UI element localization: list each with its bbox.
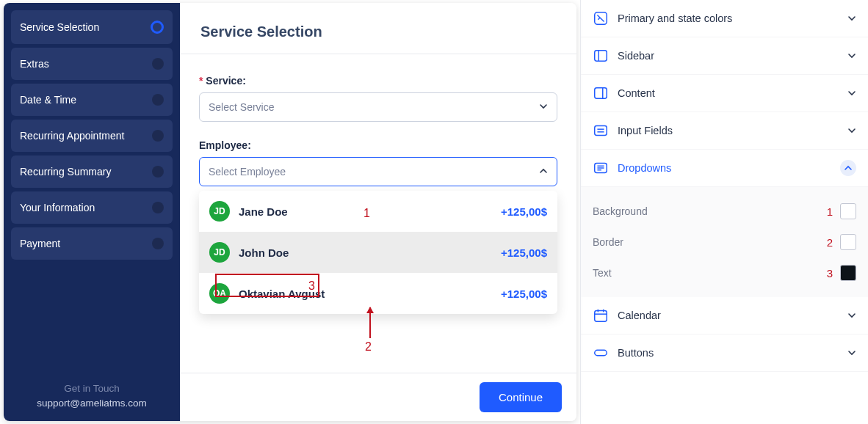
step-recurring-summary[interactable]: Recurring Summary: [11, 156, 173, 188]
chevron-down-icon: [847, 89, 856, 98]
chevron-up-icon: [840, 160, 856, 176]
avatar: JD: [209, 201, 230, 222]
employee-name: Jane Doe: [239, 205, 492, 218]
color-swatch[interactable]: [840, 265, 856, 281]
svg-rect-3: [595, 88, 607, 99]
sidebar: Service Selection Extras Date & Time Rec…: [4, 3, 180, 421]
employee-name: Oktavian Avgust: [239, 288, 492, 300]
employee-dropdown-list: JD Jane Doe +125,00$ JD John Doe +125,00…: [199, 191, 557, 314]
step-indicator-icon: [152, 238, 164, 249]
chevron-down-icon: [847, 126, 856, 135]
booking-widget: Service Selection Extras Date & Time Rec…: [4, 3, 576, 421]
service-label: Service:: [199, 75, 557, 87]
prop-label: Text: [593, 267, 612, 279]
acc-label: Calendar: [618, 310, 661, 321]
step-indicator-icon: [152, 94, 164, 106]
prop-text: Text 3: [593, 257, 856, 288]
continue-button[interactable]: Continue: [480, 382, 562, 412]
acc-input-fields[interactable]: Input Fields: [581, 112, 868, 150]
acc-calendar[interactable]: Calendar: [581, 297, 868, 335]
annotation-number: 2: [827, 236, 833, 249]
svg-rect-5: [595, 126, 607, 136]
input-icon: [593, 123, 609, 139]
step-label: Payment: [20, 238, 60, 249]
footer-email[interactable]: support@ameliatms.com: [11, 396, 173, 411]
acc-label: Primary and state colors: [618, 12, 732, 24]
chevron-down-icon: [847, 348, 856, 357]
svg-rect-12: [595, 311, 607, 322]
form-area: Service: Select Service Employee: Select…: [180, 54, 576, 320]
acc-label: Sidebar: [618, 50, 654, 62]
step-indicator-icon: [151, 21, 164, 34]
annotation-number: 3: [827, 267, 833, 279]
main-pane: Service Selection Service: Select Servic…: [180, 3, 576, 421]
chevron-down-icon: [847, 311, 856, 320]
svg-rect-16: [595, 350, 607, 355]
employee-option[interactable]: JD Jane Doe +125,00$: [199, 191, 557, 232]
prop-label: Background: [593, 205, 648, 217]
step-your-information[interactable]: Your Information: [11, 191, 173, 224]
employee-placeholder: Select Employee: [209, 166, 286, 178]
content-icon: [593, 85, 609, 101]
annotation-number: 1: [827, 205, 833, 218]
acc-sidebar[interactable]: Sidebar: [581, 37, 868, 75]
step-payment[interactable]: Payment: [11, 227, 173, 260]
chevron-down-icon: [847, 51, 856, 60]
employee-label: Employee:: [199, 139, 557, 151]
dropdown-color-props: Background 1 Border 2 Text 3: [581, 187, 868, 297]
step-label: Recurring Appointment: [20, 130, 124, 142]
step-indicator-icon: [152, 130, 164, 142]
acc-label: Input Fields: [618, 125, 673, 136]
prop-border: Border 2: [593, 227, 856, 257]
acc-content[interactable]: Content: [581, 75, 868, 112]
employee-price: +125,00$: [501, 288, 547, 300]
employee-option[interactable]: OA Oktavian Avgust +125,00$: [199, 273, 557, 314]
page-title: Service Selection: [180, 3, 576, 54]
step-service-selection[interactable]: Service Selection: [11, 10, 173, 44]
acc-buttons[interactable]: Buttons: [581, 335, 868, 372]
employee-select[interactable]: Select Employee: [199, 157, 557, 186]
acc-dropdowns[interactable]: Dropdowns: [581, 150, 868, 187]
calendar-icon: [593, 307, 609, 324]
employee-name: John Doe: [239, 246, 492, 259]
step-label: Recurring Summary: [20, 166, 111, 178]
step-extras[interactable]: Extras: [11, 48, 173, 80]
service-select[interactable]: Select Service: [199, 92, 557, 122]
button-icon: [593, 345, 609, 361]
step-label: Your Information: [20, 202, 95, 213]
chevron-down-icon: [539, 101, 548, 113]
acc-label: Content: [618, 87, 655, 99]
acc-label: Dropdowns: [618, 162, 671, 174]
employee-price: +125,00$: [501, 205, 547, 218]
footer-title: Get in Touch: [11, 381, 173, 396]
dropdown-icon: [593, 160, 609, 176]
step-label: Extras: [20, 58, 49, 70]
acc-primary-colors[interactable]: Primary and state colors: [581, 0, 868, 37]
step-indicator-icon: [152, 58, 164, 70]
svg-rect-1: [595, 51, 607, 62]
customizer-panel: Primary and state colors Sidebar Content: [580, 0, 868, 424]
step-date-time[interactable]: Date & Time: [11, 84, 173, 116]
employee-price: +125,00$: [501, 246, 547, 259]
step-label: Date & Time: [20, 94, 76, 106]
chevron-down-icon: [847, 14, 856, 23]
main-footer: Continue: [180, 373, 576, 421]
avatar: OA: [209, 283, 230, 304]
avatar: JD: [209, 242, 230, 263]
acc-label: Buttons: [618, 347, 654, 359]
employee-option[interactable]: JD John Doe +125,00$: [199, 232, 557, 273]
color-swatch[interactable]: [840, 234, 856, 250]
step-indicator-icon: [152, 166, 164, 178]
annotation-number: 2: [365, 340, 372, 354]
sidebar-footer: Get in Touch support@ameliatms.com: [11, 377, 173, 416]
prop-label: Border: [593, 236, 623, 248]
prop-background: Background 1: [593, 196, 856, 227]
step-recurring-appointment[interactable]: Recurring Appointment: [11, 120, 173, 152]
palette-icon: [593, 10, 609, 26]
step-indicator-icon: [152, 202, 164, 213]
chevron-up-icon: [539, 166, 548, 178]
sidebar-icon: [593, 48, 609, 64]
service-placeholder: Select Service: [209, 101, 274, 113]
step-label: Service Selection: [20, 21, 99, 33]
color-swatch[interactable]: [840, 203, 856, 219]
